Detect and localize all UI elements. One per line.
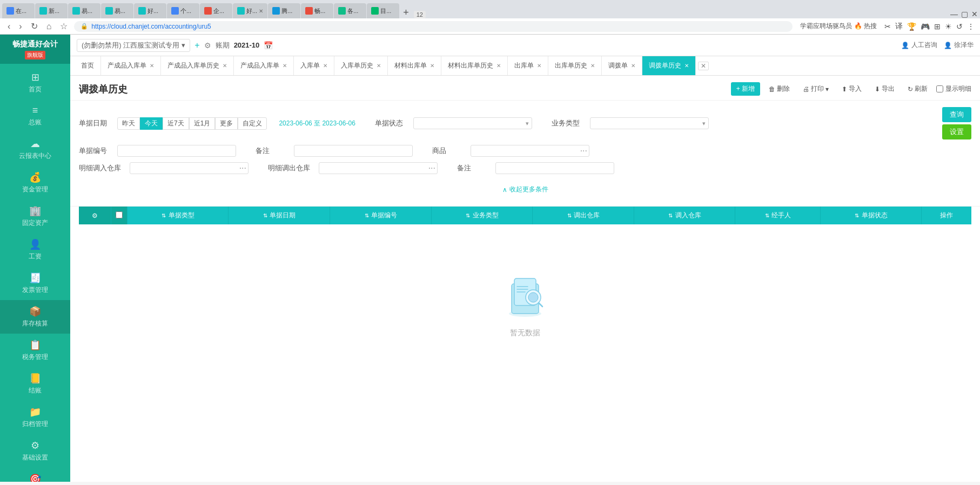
calendar-icon[interactable]: 📅 bbox=[264, 41, 273, 50]
display-checkbox-label[interactable]: 显示明细 bbox=[936, 84, 971, 94]
tab-close-out[interactable]: ✕ bbox=[537, 63, 541, 69]
page-tab-material-out-history[interactable]: 材料出库单历史 ✕ bbox=[441, 56, 508, 76]
refresh-btn[interactable]: ↻ bbox=[29, 20, 40, 32]
collapse-btn[interactable]: ∧ 收起更多条件 bbox=[502, 182, 548, 197]
new-tab-btn[interactable]: + bbox=[400, 7, 412, 18]
sidebar-item-assets[interactable]: 🏢 固定资产 bbox=[0, 200, 70, 233]
select-all-checkbox[interactable] bbox=[116, 211, 123, 218]
sidebar-item-inventory[interactable]: 📦 库存核算 bbox=[0, 300, 70, 334]
browser-tab-10[interactable]: 畅... bbox=[301, 3, 333, 18]
browser-tab-6[interactable]: 个... bbox=[167, 3, 199, 18]
doc-no-input[interactable] bbox=[117, 145, 236, 157]
undo-icon[interactable]: ↺ bbox=[956, 22, 963, 31]
tab-close-8[interactable]: ✕ bbox=[259, 8, 263, 14]
close-all-btn[interactable]: ✕ bbox=[698, 62, 709, 70]
tab-close-out-history[interactable]: ✕ bbox=[590, 63, 595, 69]
sidebar-item-closing[interactable]: 📒 结账 bbox=[0, 367, 70, 401]
display-checkbox[interactable] bbox=[936, 85, 943, 92]
browser-tab-3[interactable]: 易... bbox=[68, 3, 100, 18]
sidebar-item-invoice[interactable]: 🧾 发票管理 bbox=[0, 267, 70, 300]
delete-btn[interactable]: 🗑 删除 bbox=[764, 82, 794, 96]
browser-tab-1[interactable]: 在... bbox=[2, 3, 35, 18]
in-warehouse-dots-icon[interactable]: ··· bbox=[239, 163, 246, 173]
sidebar-item-settings[interactable]: ⚙ 基础设置 bbox=[0, 434, 70, 468]
page-tab-in-history[interactable]: 入库单历史 ✕ bbox=[334, 56, 388, 76]
page-tab-product-in-history[interactable]: 产成品入库单历史 ✕ bbox=[161, 56, 234, 76]
th-handler[interactable]: ⇅ 经手人 bbox=[735, 207, 820, 224]
goods-input[interactable] bbox=[471, 145, 589, 157]
tab-close-material-out-history[interactable]: ✕ bbox=[496, 63, 501, 69]
browser-tab-5[interactable]: 好... bbox=[134, 3, 166, 18]
page-tab-out-history[interactable]: 出库单历史 ✕ bbox=[548, 56, 602, 76]
date-tab-more[interactable]: 更多 bbox=[215, 117, 238, 130]
page-tab-material-out[interactable]: 材料出库单 ✕ bbox=[388, 56, 441, 76]
th-biz-type[interactable]: ⇅ 业务类型 bbox=[431, 207, 533, 224]
home-btn[interactable]: ⌂ bbox=[44, 21, 54, 32]
date-tab-1month[interactable]: 近1月 bbox=[189, 117, 216, 130]
page-tab-product-in[interactable]: 产成品入库单 ✕ bbox=[101, 56, 161, 76]
tab-close-product-in[interactable]: ✕ bbox=[150, 63, 154, 69]
browser-tab-7[interactable]: 企... bbox=[200, 3, 232, 18]
sidebar-item-funds[interactable]: 💰 资金管理 bbox=[0, 166, 70, 200]
query-btn[interactable]: 查询 bbox=[942, 107, 971, 122]
user-avatar[interactable]: 👤 徐泽华 bbox=[944, 41, 974, 50]
date-tab-yesterday[interactable]: 昨天 bbox=[117, 117, 140, 130]
sidebar-item-payroll[interactable]: 👤 工资 bbox=[0, 233, 70, 267]
company-selector[interactable]: (勿删勿禁用) 江西服宝测试专用 ▾ bbox=[77, 39, 190, 52]
forward-btn[interactable]: › bbox=[17, 21, 24, 32]
brightness-icon[interactable]: ☀ bbox=[945, 22, 952, 31]
th-doc-status[interactable]: ⇅ 单据状态 bbox=[820, 207, 922, 224]
tab-close-in-history[interactable]: ✕ bbox=[377, 63, 381, 69]
menu-icon[interactable]: ⋮ bbox=[967, 22, 975, 31]
date-tab-custom[interactable]: 自定义 bbox=[238, 117, 267, 130]
print-btn[interactable]: 🖨 打印 ▾ bbox=[798, 82, 833, 96]
th-out-warehouse[interactable]: ⇅ 调出仓库 bbox=[533, 207, 634, 224]
reward-icon[interactable]: 🏆 bbox=[907, 22, 916, 31]
browser-tab-8[interactable]: 好... ✕ bbox=[233, 3, 267, 18]
export-btn[interactable]: ⬇ 导出 bbox=[870, 82, 899, 96]
sidebar-item-guide[interactable]: 🎯 新手引导 bbox=[0, 468, 70, 482]
page-tab-out[interactable]: 出库单 ✕ bbox=[508, 56, 548, 76]
th-doc-type[interactable]: ⇅ 单据类型 bbox=[127, 207, 229, 224]
tab-close-material-out[interactable]: ✕ bbox=[430, 63, 434, 69]
note-input[interactable] bbox=[294, 145, 413, 157]
sidebar-item-home[interactable]: ⊞ 首页 bbox=[0, 66, 70, 99]
sidebar-item-ledger[interactable]: ≡ 总账 bbox=[0, 99, 70, 132]
browser-tab-4[interactable]: 易... bbox=[101, 3, 133, 18]
tab-close-product-in2[interactable]: ✕ bbox=[283, 63, 287, 69]
th-gear[interactable]: ⚙ bbox=[79, 207, 111, 224]
page-tab-transfer[interactable]: 调拨单 ✕ bbox=[602, 56, 642, 76]
maximize-icon[interactable]: ▢ bbox=[961, 10, 968, 18]
page-tab-product-in2[interactable]: 产成品入库单 ✕ bbox=[234, 56, 294, 76]
business-type-select[interactable] bbox=[590, 117, 709, 129]
bookmark-btn[interactable]: ☆ bbox=[58, 20, 70, 32]
minimize-icon[interactable]: — bbox=[950, 10, 958, 18]
browser-tab-9[interactable]: 腾... bbox=[268, 3, 300, 18]
tab-close-in[interactable]: ✕ bbox=[323, 63, 327, 69]
date-tab-today[interactable]: 今天 bbox=[140, 117, 163, 130]
in-warehouse-input[interactable] bbox=[130, 162, 249, 174]
grid-icon[interactable]: ⊞ bbox=[934, 22, 941, 31]
setting-btn[interactable]: 设置 bbox=[942, 124, 971, 139]
refresh-btn-page[interactable]: ↻ 刷新 bbox=[903, 82, 932, 96]
add-company-btn[interactable]: + bbox=[194, 41, 199, 50]
tab-close-transfer-history[interactable]: ✕ bbox=[684, 63, 689, 69]
page-tab-home[interactable]: 首页 bbox=[75, 56, 101, 76]
tab-close-transfer[interactable]: ✕ bbox=[631, 63, 635, 69]
date-tab-7days[interactable]: 近7天 bbox=[163, 117, 189, 130]
th-doc-no[interactable]: ⇅ 单据编号 bbox=[330, 207, 431, 224]
out-warehouse-input[interactable] bbox=[319, 162, 438, 174]
extensions-icon[interactable]: ✂ bbox=[884, 22, 891, 31]
browser-tab-11[interactable]: 各... bbox=[334, 3, 366, 18]
sidebar-item-tax[interactable]: 📋 税务管理 bbox=[0, 334, 70, 367]
th-doc-date[interactable]: ⇅ 单据日期 bbox=[229, 207, 330, 224]
browser-tab-2[interactable]: 新... bbox=[35, 3, 68, 18]
browser-tab-12[interactable]: 目... bbox=[367, 3, 399, 18]
close-icon[interactable]: ✕ bbox=[971, 10, 978, 18]
sidebar-item-reports[interactable]: ☁ 云报表中心 bbox=[0, 132, 70, 166]
translate-icon[interactable]: 译 bbox=[895, 22, 903, 31]
new-btn[interactable]: + 新增 bbox=[731, 82, 760, 96]
page-tab-transfer-history[interactable]: 调拨单历史 ✕ bbox=[642, 56, 696, 76]
status-select[interactable] bbox=[413, 117, 532, 129]
gamepad-icon[interactable]: 🎮 bbox=[921, 22, 930, 31]
